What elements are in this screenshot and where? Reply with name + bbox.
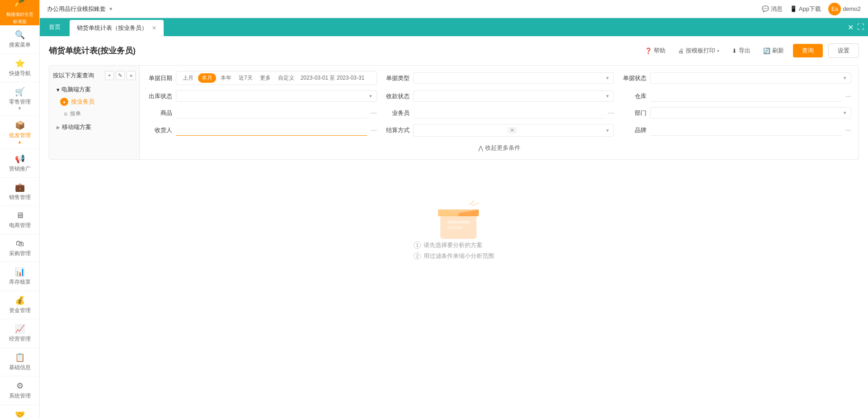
filter-sidebar-header: 按以下方案查询 + ✎ « bbox=[53, 71, 136, 80]
export-button[interactable]: ⬇ 导出 bbox=[728, 45, 754, 57]
out-status-label: 出库状态 bbox=[147, 92, 172, 100]
scheme-sub-icon: ≡ bbox=[64, 110, 67, 118]
scheme-sub-item-order[interactable]: ≡ 按单 bbox=[53, 108, 136, 119]
doc-status-select[interactable]: ▾ bbox=[650, 72, 851, 84]
topbar-dropdown-icon[interactable]: ▾ bbox=[109, 5, 113, 12]
brand-label: 品牌 bbox=[621, 126, 646, 134]
date-tab-more[interactable]: 更多 bbox=[257, 73, 274, 83]
tab-close-icon[interactable]: ✕ bbox=[152, 25, 156, 31]
date-tab-7days[interactable]: 近7天 bbox=[236, 73, 255, 83]
desktop-scheme-group: ▾ 电脑端方案 ● 按业务员 ≡ 按单 bbox=[53, 84, 136, 119]
brand-input[interactable] bbox=[650, 125, 841, 136]
user-profile[interactable]: Ea demo2 bbox=[828, 3, 861, 15]
svg-rect-5 bbox=[447, 226, 463, 229]
recipient-label: 收货人 bbox=[147, 126, 172, 134]
mobile-scheme-arrow: ▶ bbox=[57, 125, 60, 130]
step-2-num: 2 bbox=[414, 252, 421, 260]
salesman-input[interactable] bbox=[413, 108, 604, 119]
sidebar-item-marketing[interactable]: 📢 营销推广 bbox=[0, 149, 40, 178]
sidebar-item-search[interactable]: 🔍 搜索菜单 bbox=[0, 25, 40, 54]
page-title: 销货单统计表(按业务员) bbox=[49, 45, 136, 56]
sidebar-item-quick-nav[interactable]: ⭐ 快捷导航 bbox=[0, 54, 40, 82]
retail-icon: 🛒 bbox=[15, 87, 25, 97]
topbar-left: 办公用品行业模拟账套 ▾ bbox=[47, 5, 113, 13]
collapse-filter-button[interactable]: ⋀ 收起更多条件 bbox=[147, 142, 851, 154]
settlement-clear-x[interactable]: ✕ bbox=[510, 127, 514, 133]
sidebar-item-wholesale[interactable]: 📦 批发管理 ▲ bbox=[0, 116, 40, 149]
empty-step-2: 2 用过滤条件来缩小分析范围 bbox=[414, 252, 494, 260]
doc-type-select[interactable]: ▾ bbox=[413, 72, 614, 84]
template-print-label: 按模板打印 bbox=[686, 47, 715, 55]
app-download-button[interactable]: 📱 App下载 bbox=[790, 5, 821, 13]
salesman-dots[interactable]: ··· bbox=[608, 109, 614, 117]
page-actions: ❓ 帮助 🖨 按模板打印 ▾ ⬇ 导出 🔄 刷新 bbox=[641, 43, 859, 58]
recipient-input[interactable] bbox=[176, 125, 367, 136]
scheme-sub-label: 按单 bbox=[70, 110, 81, 118]
maximize-window-icon[interactable]: ⛶ bbox=[857, 23, 864, 32]
query-button[interactable]: 查询 bbox=[793, 44, 823, 57]
page-header: 销货单统计表(按业务员) ❓ 帮助 🖨 按模板打印 ▾ ⬇ 导出 bbox=[49, 43, 859, 58]
sidebar-item-inventory[interactable]: 📊 库存核算 bbox=[0, 262, 40, 291]
sidebar-item-retail[interactable]: 🛒 零售管理 ▼ bbox=[0, 82, 40, 116]
collapse-sidebar-button[interactable]: « bbox=[127, 71, 136, 80]
filter-out-status: 出库状态 ▾ bbox=[147, 90, 377, 102]
empty-step-1: 1 请先选择要分析的方案 bbox=[414, 241, 494, 249]
date-filter-control: 上月 本月 本年 近7天 更多 自定义 2023-03-01 至 2023-03… bbox=[176, 71, 377, 85]
sidebar-item-system[interactable]: ⚙ 系统管理 bbox=[0, 376, 40, 405]
logo-icon: 🍊 bbox=[14, 0, 26, 10]
warehouse-dots[interactable]: ··· bbox=[845, 92, 851, 100]
user-avatar: Ea bbox=[828, 3, 841, 15]
settlement-dropdown-icon: ▾ bbox=[606, 128, 609, 133]
filter-receipt-status: 收款状态 ▾ bbox=[384, 90, 614, 102]
receipt-status-select[interactable]: ▾ bbox=[413, 90, 614, 102]
product-input[interactable] bbox=[176, 108, 367, 119]
product-dots[interactable]: ··· bbox=[371, 109, 377, 117]
sidebar-item-basic-info-label: 基础信息 bbox=[9, 364, 31, 371]
filter-recipient: 收货人 ··· bbox=[147, 125, 377, 136]
content-area: 销货单统计表(按业务员) ❓ 帮助 🖨 按模板打印 ▾ ⬇ 导出 bbox=[40, 36, 868, 418]
out-status-select[interactable]: ▾ bbox=[176, 90, 377, 102]
help-icon: ❓ bbox=[645, 48, 652, 54]
tab-sales-stats[interactable]: 销货单统计表（按业务员） ✕ bbox=[70, 20, 164, 36]
date-tab-last-month[interactable]: 上月 bbox=[180, 73, 196, 83]
close-window-icon[interactable]: ✕ bbox=[848, 23, 854, 32]
svg-line-6 bbox=[470, 200, 474, 205]
date-tab-this-month[interactable]: 本月 bbox=[198, 73, 216, 83]
sidebar-item-finance[interactable]: 💰 资金管理 bbox=[0, 291, 40, 319]
sidebar-item-quick-nav-label: 快捷导航 bbox=[9, 70, 31, 77]
svg-line-7 bbox=[472, 203, 479, 206]
template-print-button[interactable]: 🖨 按模板打印 ▾ bbox=[675, 45, 723, 57]
print-icon: 🖨 bbox=[678, 48, 684, 54]
edit-scheme-button[interactable]: ✎ bbox=[116, 71, 125, 80]
department-select[interactable]: ▾ bbox=[650, 107, 851, 119]
add-scheme-button[interactable]: + bbox=[105, 71, 114, 80]
help-button[interactable]: ❓ 帮助 bbox=[641, 45, 669, 57]
recipient-dots[interactable]: ··· bbox=[371, 126, 377, 134]
scheme-group-header[interactable]: ▾ 电脑端方案 bbox=[53, 84, 136, 95]
message-button[interactable]: 💬 消息 bbox=[762, 5, 783, 13]
mobile-scheme-group[interactable]: ▶ 移动端方案 bbox=[53, 121, 136, 133]
scheme-item-salesman[interactable]: ● 按业务员 bbox=[53, 95, 136, 108]
collapse-label: 收起更多条件 bbox=[485, 144, 520, 152]
sidebar-item-ecommerce[interactable]: 🖥 电商管理 bbox=[0, 206, 40, 234]
warehouse-label: 仓库 bbox=[621, 92, 646, 100]
step-1-text: 请先选择要分析的方案 bbox=[424, 241, 482, 249]
sidebar-item-enterprise[interactable]: 🤝 企业协同 bbox=[0, 405, 40, 418]
sidebar-item-basic-info[interactable]: 📋 基础信息 bbox=[0, 348, 40, 376]
message-label: 消息 bbox=[771, 5, 783, 13]
sidebar-item-purchase[interactable]: 🛍 采购管理 bbox=[0, 234, 40, 262]
settings-button[interactable]: 设置 bbox=[828, 43, 859, 58]
message-icon: 💬 bbox=[762, 5, 769, 12]
refresh-button[interactable]: 🔄 刷新 bbox=[760, 45, 788, 57]
settlement-select[interactable]: ✕ ▾ bbox=[413, 124, 614, 137]
logo-text: 畅捷做好生意 bbox=[6, 11, 33, 18]
warehouse-input[interactable] bbox=[650, 91, 841, 102]
tab-home[interactable]: 首页 bbox=[40, 18, 70, 36]
date-tab-custom[interactable]: 自定义 bbox=[275, 73, 297, 83]
date-tab-this-year[interactable]: 本年 bbox=[218, 73, 234, 83]
sidebar-item-operations[interactable]: 📈 经营管理 bbox=[0, 319, 40, 348]
date-label: 单据日期 bbox=[147, 74, 172, 82]
collapse-icon: ⋀ bbox=[478, 145, 483, 152]
sidebar-item-sales[interactable]: 💼 销售管理 bbox=[0, 178, 40, 206]
brand-dots[interactable]: ··· bbox=[845, 126, 851, 134]
